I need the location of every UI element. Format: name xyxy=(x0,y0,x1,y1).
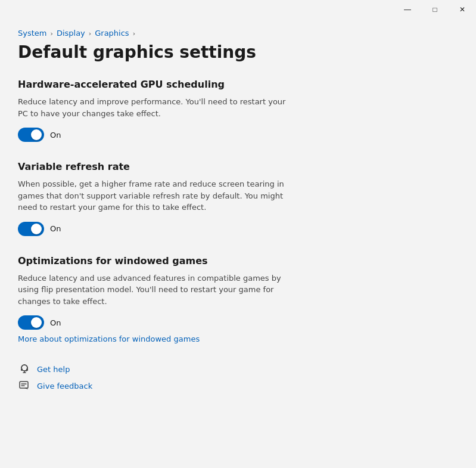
get-help-link[interactable]: Get help xyxy=(37,365,70,374)
gpu-scheduling-section: Hardware-accelerated GPU scheduling Redu… xyxy=(18,79,429,142)
windowed-games-title: Optimizations for windowed games xyxy=(18,255,429,266)
toggle-thumb-3 xyxy=(31,317,42,328)
give-feedback-link[interactable]: Give feedback xyxy=(37,382,92,390)
variable-refresh-toggle[interactable] xyxy=(18,222,44,236)
variable-refresh-toggle-row: On xyxy=(18,222,429,236)
windowed-games-desc: Reduce latency and use advanced features… xyxy=(18,272,292,308)
maximize-button[interactable]: □ xyxy=(421,0,449,19)
windowed-games-section: Optimizations for windowed games Reduce … xyxy=(18,255,429,344)
variable-refresh-section: Variable refresh rate When possible, get… xyxy=(18,161,429,236)
svg-rect-2 xyxy=(26,368,28,371)
svg-rect-3 xyxy=(20,382,28,388)
svg-rect-1 xyxy=(21,368,23,371)
breadcrumb-display[interactable]: Display xyxy=(57,29,85,38)
get-help-item[interactable]: Get help xyxy=(18,362,429,376)
separator-3: › xyxy=(133,30,135,38)
windowed-games-toggle-label: On xyxy=(50,318,61,327)
windowed-games-toggle[interactable] xyxy=(18,315,44,330)
main-content: System › Display › Graphics › Default gr… xyxy=(0,0,453,410)
page-title-row: Default graphics settings xyxy=(18,42,429,62)
page-title: Default graphics settings xyxy=(18,42,429,62)
gpu-scheduling-desc: Reduce latency and improve performance. … xyxy=(18,96,292,119)
variable-refresh-desc: When possible, get a higher frame rate a… xyxy=(18,178,292,213)
breadcrumb-graphics[interactable]: Graphics xyxy=(95,29,129,38)
gpu-scheduling-toggle-label: On xyxy=(50,131,61,140)
separator-1: › xyxy=(50,30,52,38)
breadcrumb: System › Display › Graphics › xyxy=(18,29,429,38)
windowed-games-toggle-row: On xyxy=(18,315,429,330)
variable-refresh-toggle-label: On xyxy=(50,224,61,233)
give-feedback-item[interactable]: Give feedback xyxy=(18,379,429,392)
gpu-scheduling-toggle-row: On xyxy=(18,128,429,142)
minimize-button[interactable]: — xyxy=(394,0,421,19)
windowed-games-link[interactable]: More about optimizations for windowed ga… xyxy=(18,334,200,343)
separator-2: › xyxy=(89,30,91,38)
close-button[interactable]: ✕ xyxy=(449,0,476,19)
gpu-scheduling-toggle[interactable] xyxy=(18,128,44,142)
toggle-thumb-1 xyxy=(31,129,42,140)
variable-refresh-title: Variable refresh rate xyxy=(18,161,429,172)
breadcrumb-system[interactable]: System xyxy=(18,29,46,38)
headset-icon xyxy=(18,362,31,376)
toggle-thumb-2 xyxy=(31,224,42,234)
gpu-scheduling-title: Hardware-accelerated GPU scheduling xyxy=(18,79,429,90)
feedback-icon xyxy=(18,379,31,392)
footer: Get help Give feedback xyxy=(18,362,429,392)
titlebar: — □ ✕ xyxy=(394,0,476,19)
